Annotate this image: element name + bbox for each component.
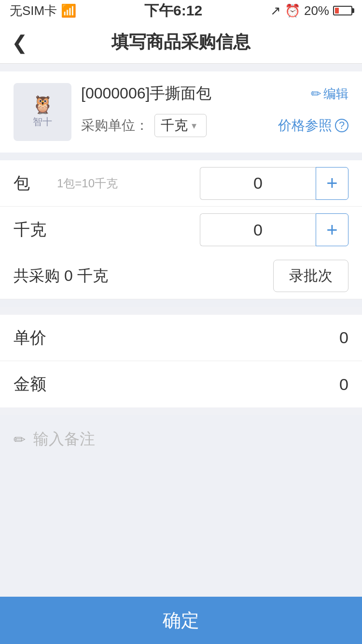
unit-price-value: 0 [339, 328, 348, 347]
kg-label: 千克 [14, 219, 52, 241]
product-name: [0000006]手撕面包 [81, 83, 211, 104]
nav-bar: ❮ 填写商品采购信息 [0, 21, 362, 64]
status-left: 无SIM卡 📶 [10, 2, 76, 19]
unit-price-row: 单价 0 [0, 315, 362, 361]
chevron-down-icon: ▾ [192, 120, 196, 131]
page-title: 填写商品采购信息 [111, 30, 251, 54]
edit-label: 编辑 [323, 85, 348, 102]
pencil-icon: ✏ [14, 431, 26, 448]
remark-input[interactable]: 输入备注 [33, 429, 95, 450]
owl-icon: 🦉 [32, 96, 54, 113]
bao-input[interactable]: 0 [200, 167, 316, 200]
status-time: 下午6:12 [144, 1, 202, 21]
kg-plus-button[interactable]: + [316, 213, 348, 246]
summary-row: 共采购 0 千克 录批次 [0, 253, 362, 299]
help-icon: ? [335, 119, 348, 132]
location-icon: ↗ [270, 3, 281, 18]
status-bar: 无SIM卡 📶 下午6:12 ↗ ⏰ 20% [0, 0, 362, 21]
kg-input-wrap: 0 + [200, 213, 348, 246]
summary-text: 共采购 0 千克 [14, 266, 108, 287]
amount-row: 金额 0 [0, 361, 362, 407]
section-divider-2 [0, 299, 362, 307]
summary-section: 共采购 0 千克 录批次 [0, 253, 362, 299]
bao-label: 包 [14, 172, 52, 195]
unit-select[interactable]: 千克 ▾ [154, 114, 207, 137]
amount-label: 金额 [14, 373, 46, 395]
unit-label: 采购单位： [81, 116, 149, 135]
kg-row: 千克 0 + [0, 207, 362, 253]
unit-price-label: 单价 [14, 327, 46, 349]
kg-input[interactable]: 0 [200, 213, 316, 246]
price-section: 单价 0 金额 0 [0, 315, 362, 407]
battery-icon [333, 6, 352, 15]
confirm-label: 确定 [163, 608, 199, 633]
carrier-text: 无SIM卡 [10, 2, 57, 19]
wifi-icon: 📶 [61, 3, 76, 18]
product-info: [0000006]手撕面包 ✏ 编辑 采购单位： 千克 ▾ 价格参照 ? [81, 83, 348, 137]
price-ref-button[interactable]: 价格参照 ? [278, 116, 348, 135]
back-button[interactable]: ❮ [12, 33, 28, 52]
unit-row: 采购单位： 千克 ▾ 价格参照 ? [81, 114, 348, 137]
status-right: ↗ ⏰ 20% [270, 3, 352, 18]
input-section: 包 1包=10千克 0 + 千克 0 + [0, 160, 362, 253]
batch-button[interactable]: 录批次 [273, 260, 348, 292]
amount-value: 0 [339, 375, 348, 394]
brand-text: 智十 [33, 115, 52, 128]
remark-section[interactable]: ✏ 输入备注 [0, 415, 362, 463]
product-card: 🦉 智十 [0000006]手撕面包 ✏ 编辑 采购单位： 千克 ▾ 价格参照 … [0, 71, 362, 153]
battery-text: 20% [304, 3, 329, 18]
bao-input-wrap: 0 + [200, 167, 348, 200]
bao-sublabel: 1包=10千克 [57, 176, 200, 191]
unit-value: 千克 [161, 116, 188, 135]
confirm-button[interactable]: 确定 [0, 597, 362, 644]
product-name-row: [0000006]手撕面包 ✏ 编辑 [81, 83, 348, 104]
edit-button[interactable]: ✏ 编辑 [311, 85, 348, 102]
bao-row: 包 1包=10千克 0 + [0, 160, 362, 207]
price-ref-label: 价格参照 [278, 116, 332, 135]
alarm-icon: ⏰ [285, 3, 300, 18]
section-divider-1 [0, 153, 362, 160]
product-image: 🦉 智十 [14, 83, 71, 141]
edit-icon: ✏ [311, 86, 321, 101]
bao-plus-button[interactable]: + [316, 167, 348, 200]
